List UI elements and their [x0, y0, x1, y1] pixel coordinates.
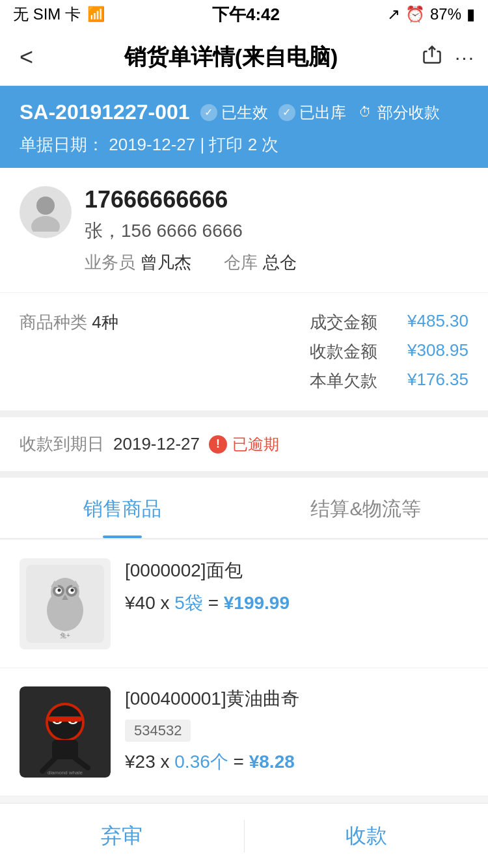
carrier-label: 无 SIM 卡	[13, 4, 81, 25]
stats-section: 商品种类 4种 成交金额 ¥485.30 收款金额 ¥308.95 本单欠款 ¥…	[0, 293, 488, 417]
due-date-value: 2019-12-27	[113, 434, 200, 454]
order-banner-top: SA-20191227-001 ✓ 已生效 ✓ 已出库 ⏱ 部分收款	[20, 100, 468, 124]
nav-bar: < 销货单详情(来自电脑) ···	[0, 29, 488, 86]
location-icon: ↗	[387, 5, 400, 23]
badge-shipped: ✓ 已出库	[278, 102, 346, 123]
clock-icon: ⏱	[357, 104, 373, 121]
product-info-1: [0000002]面包 ¥40 x 5袋 = ¥199.99	[125, 558, 468, 616]
status-bar: 无 SIM 卡 📶 下午4:42 ↗ ⏰ 87% ▮	[0, 0, 488, 29]
overdue-text: 已逾期	[232, 434, 279, 455]
person-icon	[26, 193, 65, 232]
battery-label: 87%	[430, 5, 461, 23]
nav-title: 销货单详情(来自电脑)	[40, 42, 422, 72]
due-label: 收款到期日	[20, 433, 104, 455]
wifi-icon: 📶	[87, 6, 105, 23]
order-print-text: | 打印 2 次	[200, 135, 278, 154]
customer-meta: 业务员 曾凡杰 仓库 总仓	[85, 251, 468, 274]
order-id: SA-20191227-001	[20, 100, 190, 124]
due-date-section: 收款到期日 2019-12-27 ! 已逾期	[0, 417, 488, 478]
cookie-image-placeholder: diamond whale	[20, 686, 111, 778]
warehouse-label: 仓库	[224, 251, 258, 274]
status-time: 下午4:42	[212, 3, 280, 26]
tab-settlement[interactable]: 结算&物流等	[244, 478, 488, 538]
owed-label: 本单欠款	[310, 370, 377, 392]
product-qty-1: 5袋	[174, 593, 203, 613]
tab-settlement-label: 结算&物流等	[310, 498, 421, 519]
product-total-2: ¥8.28	[249, 752, 295, 772]
more-button[interactable]: ···	[455, 46, 475, 68]
check-icon-2: ✓	[278, 104, 295, 121]
product-image-1: 兔+	[20, 558, 111, 649]
stats-type-value: 4种	[92, 312, 118, 332]
customer-name-phone: 张，156 6666 6666	[85, 219, 468, 243]
collect-payment-button[interactable]: 收款	[245, 809, 489, 863]
owed-value: ¥176.35	[390, 370, 468, 392]
badge-partial-text: 部分收款	[377, 102, 440, 123]
svg-point-10	[71, 589, 74, 592]
product-price-1: ¥40 x 5袋 = ¥199.99	[125, 591, 468, 616]
status-right: ↗ ⏰ 87% ▮	[387, 5, 475, 23]
owed-amount-row: 本单欠款 ¥176.35	[310, 370, 468, 392]
received-value: ¥308.95	[390, 340, 468, 363]
product-total-1: ¥199.99	[224, 593, 290, 613]
deal-value: ¥485.30	[390, 311, 468, 334]
abandon-review-button[interactable]: 弃审	[0, 809, 244, 863]
svg-point-9	[58, 589, 61, 592]
salesperson-value: 曾凡杰	[141, 251, 191, 274]
svg-text:兔+: 兔+	[60, 632, 70, 639]
check-icon-1: ✓	[200, 104, 217, 121]
product-price-2: ¥23 x 0.36个 = ¥8.28	[125, 750, 468, 774]
svg-point-1	[31, 216, 60, 232]
product-item: diamond whale [000400001]黄油曲奇 534532 ¥23…	[0, 668, 488, 796]
warehouse-value: 总仓	[263, 251, 297, 274]
product-item: 兔+ [0000002]面包 ¥40 x 5袋 = ¥199.99	[0, 540, 488, 668]
svg-point-0	[36, 197, 55, 215]
order-banner: SA-20191227-001 ✓ 已生效 ✓ 已出库 ⏱ 部分收款 单据日期：…	[0, 86, 488, 168]
tabs-section: 销售商品 结算&物流等	[0, 478, 488, 539]
share-button[interactable]	[422, 45, 442, 69]
stats-amounts: 成交金额 ¥485.30 收款金额 ¥308.95 本单欠款 ¥176.35	[310, 311, 468, 392]
stats-type: 商品种类 4种	[20, 311, 118, 334]
customer-id: 17666666666	[85, 186, 468, 213]
alarm-icon: ⏰	[405, 5, 425, 23]
overdue-icon: !	[209, 435, 227, 454]
badge-partial-payment: ⏱ 部分收款	[357, 102, 440, 123]
svg-rect-25	[48, 716, 82, 722]
tab-sales-label: 销售商品	[83, 498, 161, 519]
svg-text:diamond whale: diamond whale	[47, 770, 83, 776]
product-name-2: [000400001]黄油曲奇	[125, 686, 468, 711]
cookie-product-image: diamond whale	[20, 686, 111, 778]
battery-icon: ▮	[467, 5, 475, 23]
badge-effective-text: 已生效	[221, 102, 268, 123]
product-qty-2: 0.36个	[174, 752, 228, 772]
avatar	[20, 186, 72, 238]
products-section: 兔+ [0000002]面包 ¥40 x 5袋 = ¥199.99	[0, 540, 488, 796]
bottom-bar: 弃审 收款	[0, 803, 488, 868]
owl-image-placeholder: 兔+	[20, 558, 111, 649]
badge-shipped-text: 已出库	[299, 102, 346, 123]
deal-label: 成交金额	[310, 311, 377, 334]
owl-icon: 兔+	[26, 565, 104, 643]
product-image-2: diamond whale	[20, 686, 111, 778]
product-name-1: [0000002]面包	[125, 558, 468, 583]
order-date-value: 2019-12-27	[109, 135, 195, 154]
salesperson-label: 业务员	[85, 251, 135, 274]
status-left: 无 SIM 卡 📶	[13, 4, 105, 25]
stats-type-label: 商品种类	[20, 312, 87, 332]
back-button[interactable]: <	[13, 37, 40, 77]
order-date-row: 单据日期： 2019-12-27 | 打印 2 次	[20, 133, 468, 156]
product-info-2: [000400001]黄油曲奇 534532 ¥23 x 0.36个 = ¥8.…	[125, 686, 468, 774]
deal-amount-row: 成交金额 ¥485.30	[310, 311, 468, 334]
received-label: 收款金额	[310, 340, 377, 363]
product-sku-2: 534532	[125, 720, 191, 742]
nav-right-actions: ···	[422, 45, 475, 69]
customer-section: 17666666666 张，156 6666 6666 业务员 曾凡杰 仓库 总…	[0, 168, 488, 293]
tab-sales-products[interactable]: 销售商品	[0, 478, 244, 538]
overdue-badge: ! 已逾期	[209, 434, 279, 455]
badge-effective: ✓ 已生效	[200, 102, 268, 123]
order-date-label: 单据日期：	[20, 135, 104, 154]
salesperson-item: 业务员 曾凡杰	[85, 251, 191, 274]
received-amount-row: 收款金额 ¥308.95	[310, 340, 468, 363]
customer-info: 17666666666 张，156 6666 6666 业务员 曾凡杰 仓库 总…	[85, 186, 468, 274]
warehouse-item: 仓库 总仓	[224, 251, 297, 274]
